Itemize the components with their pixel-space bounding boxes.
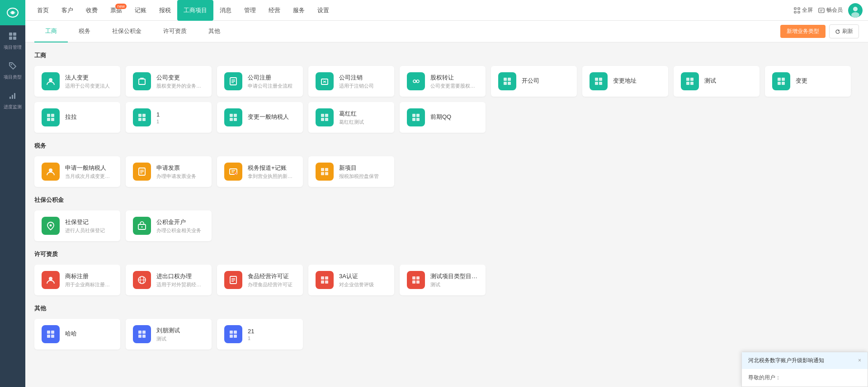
- svg-rect-88: [142, 331, 146, 334]
- svg-rect-37: [782, 78, 785, 81]
- svg-rect-93: [230, 335, 233, 338]
- card-icon-social-register: [42, 217, 60, 235]
- card-name-gehonghong: 葛红红: [339, 110, 387, 118]
- svg-rect-86: [51, 335, 54, 338]
- card-lala[interactable]: 拉拉: [34, 102, 120, 133]
- nav-item-operation[interactable]: 经营: [262, 0, 287, 21]
- card-name-company-change: 公司变更: [156, 74, 204, 82]
- svg-rect-11: [798, 8, 800, 9]
- card-change[interactable]: 变更: [765, 66, 851, 97]
- card-desc-social-register: 进行人员社保登记: [65, 227, 113, 234]
- card-social-register[interactable]: 社保登记 进行人员社保登记: [34, 210, 120, 241]
- card-import-export[interactable]: 进出口权办理 适用于对外贸易经营者: [126, 265, 212, 295]
- svg-point-71: [49, 277, 52, 280]
- svg-rect-29: [599, 78, 602, 81]
- tab-license[interactable]: 许可资质: [152, 21, 198, 42]
- card-item1[interactable]: 1 1: [126, 102, 212, 133]
- card-icon-liupeng-test: [133, 325, 151, 343]
- svg-rect-58: [412, 118, 415, 121]
- card-name-haha: 哈哈: [65, 330, 113, 338]
- nav-item-manage[interactable]: 管理: [238, 0, 262, 21]
- industry-cards: 法人变更 适用于公司变更法人 公司变更 股权变更外的业务变更 公司注册: [34, 66, 859, 133]
- nav-item-tax[interactable]: 报税: [153, 0, 177, 21]
- nav-item-customer[interactable]: 客户: [55, 0, 80, 21]
- new-type-button[interactable]: 新增业务类型: [780, 25, 826, 38]
- nav-item-home[interactable]: 首页: [31, 0, 55, 21]
- card-equity-transfer[interactable]: 股权转让 公司变更需要股权转让: [400, 66, 486, 97]
- nav-item-message[interactable]: 消息: [213, 0, 238, 21]
- card-apply-taxpayer[interactable]: 申请一般纳税人 当月或次月成变更完成: [34, 156, 120, 187]
- nav-item-settings[interactable]: 设置: [311, 0, 335, 21]
- tab-social[interactable]: 社保公积金: [101, 21, 152, 42]
- tab-tax[interactable]: 税务: [68, 21, 101, 42]
- sidebar-item-project-manage[interactable]: 项目管理: [0, 25, 25, 55]
- card-3a-cert[interactable]: 3A认证 对企业信誉评级: [308, 265, 394, 295]
- card-icon-apply-invoice: [133, 163, 151, 181]
- svg-rect-81: [412, 280, 415, 284]
- svg-rect-25: [508, 78, 511, 81]
- card-icon-test-type: [407, 271, 425, 289]
- card-open-company[interactable]: 开公司: [491, 66, 577, 97]
- notification-popup: 河北税务数字账户升级影响通知 × 尊敬的用户：: [741, 352, 868, 387]
- svg-rect-67: [325, 172, 328, 175]
- tab-other[interactable]: 其他: [198, 21, 231, 42]
- tax-cards: 申请一般纳税人 当月或次月成变更完成 申请发票 办理申请发票业务 税务报: [34, 156, 859, 187]
- refresh-button[interactable]: 刷新: [829, 24, 859, 38]
- svg-rect-56: [412, 114, 415, 117]
- card-fund-open[interactable]: 公积金开户 办理公积金相关业务: [126, 210, 212, 241]
- card-change-address[interactable]: 变更地址: [582, 66, 668, 97]
- nav-item-billing[interactable]: 收费: [80, 0, 104, 21]
- member-button[interactable]: 畅会员: [818, 6, 843, 14]
- card-company-cancel[interactable]: 公司注销 适用于注销公司: [308, 66, 394, 97]
- tab-industry[interactable]: 工商: [34, 21, 68, 42]
- svg-rect-91: [230, 331, 233, 334]
- card-liupeng-test[interactable]: 刘朋测试 测试: [126, 319, 212, 350]
- nav-item-bookkeeping[interactable]: 记账: [128, 0, 153, 21]
- svg-rect-13: [798, 11, 800, 13]
- card-name-open-company: 开公司: [522, 77, 570, 85]
- svg-rect-26: [504, 82, 507, 85]
- card-icon-company-cancel: [316, 72, 334, 90]
- card-test[interactable]: 测试: [674, 66, 760, 97]
- card-qianqi-qq[interactable]: 前期QQ: [400, 102, 486, 133]
- card-company-register[interactable]: 公司注册 申请公司注册全流程: [217, 66, 303, 97]
- svg-rect-38: [778, 82, 781, 85]
- card-apply-invoice[interactable]: 申请发票 办理申请发票业务: [126, 156, 212, 187]
- nav-item-industry[interactable]: 工商项目: [177, 0, 213, 21]
- card-desc-liupeng-test: 测试: [156, 336, 204, 342]
- nav-item-service[interactable]: 服务: [287, 0, 311, 21]
- card-icon-food-license: [224, 271, 242, 289]
- card-name-change: 变更: [796, 77, 844, 85]
- card-gehonghong[interactable]: 葛红红 葛红红测试: [308, 102, 394, 133]
- card-icon-item1: [133, 108, 151, 126]
- avatar[interactable]: [848, 3, 863, 18]
- notification-close-button[interactable]: ×: [858, 357, 861, 364]
- card-tax-bookkeeping[interactable]: 税务报道+记账 拿到营业执照的新公司: [217, 156, 303, 187]
- card-name-liupeng-test: 刘朋测试: [156, 326, 204, 335]
- card-icon-company-register: [224, 72, 242, 90]
- nav-items: 首页 客户 收费 票据 new 记账 报税 工商项目 消息 管理 经营 服务 设…: [31, 0, 794, 21]
- svg-rect-84: [51, 331, 54, 334]
- card-desc-gehonghong: 葛红红测试: [339, 119, 387, 126]
- card-item21[interactable]: 21 1: [217, 319, 303, 350]
- svg-rect-76: [325, 276, 328, 280]
- card-legal-change[interactable]: 法人变更 适用于公司变更法人: [34, 66, 120, 97]
- card-trademark[interactable]: 商标注册 用于企业商标注册服务: [34, 265, 120, 295]
- card-haha[interactable]: 哈哈: [34, 319, 120, 350]
- card-company-change[interactable]: 公司变更 股权变更外的业务变更: [126, 66, 212, 97]
- card-new-project[interactable]: 新项目 报税加税控盘保管: [308, 156, 394, 187]
- card-name-company-register: 公司注册: [248, 74, 296, 82]
- sidebar-item-progress-monitor[interactable]: 进度监测: [0, 85, 25, 115]
- card-change-taxpayer[interactable]: 变更一般纳税人: [217, 102, 303, 133]
- card-icon-open-company: [498, 72, 516, 90]
- nav-item-invoice[interactable]: 票据 new: [104, 0, 128, 21]
- social-cards: 社保登记 进行人员社保登记 公积金开户 办理公积金相关业务: [34, 210, 859, 241]
- sidebar: 项目管理 项目类型 进度监测: [0, 0, 25, 387]
- card-desc-item1: 1: [156, 119, 204, 124]
- svg-rect-89: [138, 335, 142, 338]
- section-title-license: 许可资质: [34, 250, 859, 258]
- card-food-license[interactable]: 食品经营许可证 办理食品经营许可证: [217, 265, 303, 295]
- sidebar-item-project-type[interactable]: 项目类型: [0, 55, 25, 85]
- card-test-type[interactable]: 测试项目类型目定义 测试: [400, 265, 486, 295]
- fullscreen-button[interactable]: 全屏: [794, 6, 813, 14]
